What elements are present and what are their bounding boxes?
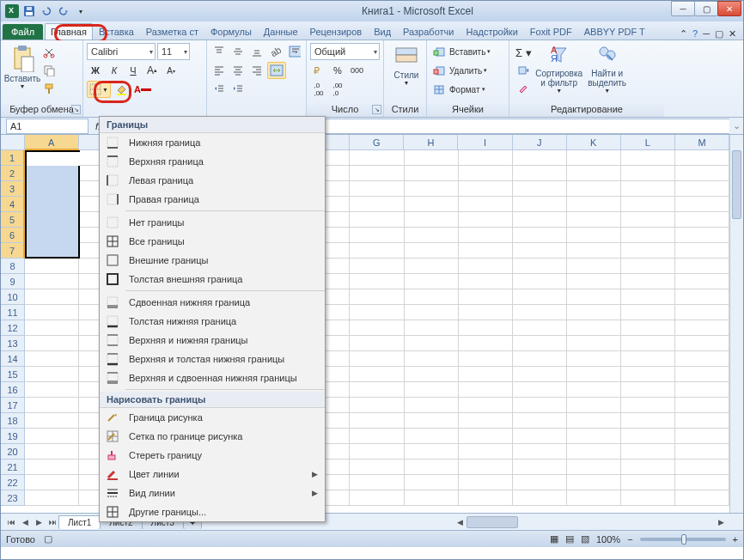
row-header[interactable]: 9	[1, 274, 25, 289]
menu-item[interactable]: Нижняя граница	[100, 133, 325, 152]
percent-button[interactable]: %	[329, 62, 346, 79]
increase-indent-button[interactable]	[229, 81, 247, 98]
qat-customize[interactable]: ▾	[73, 3, 88, 19]
format-painter-button[interactable]	[40, 80, 58, 97]
vertical-scrollbar[interactable]	[729, 135, 743, 513]
italic-button[interactable]: К	[106, 62, 123, 79]
expand-formula-bar[interactable]: ⌄	[729, 120, 743, 131]
close-button[interactable]: ✕	[717, 1, 741, 16]
row-header[interactable]: 12	[1, 320, 25, 336]
row-header[interactable]: 4	[1, 197, 25, 212]
column-header[interactable]: H	[404, 135, 458, 150]
view-layout-button[interactable]: ▤	[565, 533, 574, 545]
row-header[interactable]: 3	[1, 181, 25, 197]
tab-nav-next[interactable]: ▶	[32, 515, 46, 529]
menu-item[interactable]: Сетка по границе рисунка	[100, 427, 325, 446]
horizontal-scrollbar[interactable]: ◀ ▶	[453, 515, 728, 529]
column-header[interactable]: K	[567, 135, 621, 150]
row-header[interactable]: 11	[1, 305, 25, 320]
sheet-tab-1[interactable]: Лист1	[58, 515, 101, 529]
tab-page-layout[interactable]: Разметка ст	[140, 23, 204, 40]
align-center-button[interactable]	[229, 62, 247, 79]
tab-addins[interactable]: Надстройки	[460, 23, 523, 40]
tab-file[interactable]: Файл	[3, 24, 43, 40]
menu-item[interactable]: Другие границы...	[100, 502, 325, 521]
macro-record-icon[interactable]: ▢	[44, 533, 52, 545]
align-right-button[interactable]	[248, 62, 265, 79]
accounting-format-button[interactable]: ₽	[310, 62, 327, 79]
row-header[interactable]: 13	[1, 336, 25, 351]
fill-color-button[interactable]	[113, 81, 130, 98]
tab-nav-last[interactable]: ⏭	[46, 515, 59, 529]
doc-minimize-button[interactable]: ─	[703, 28, 710, 40]
number-format-combo[interactable]: Общий	[310, 43, 380, 60]
view-normal-button[interactable]: ▦	[550, 533, 558, 545]
help-button[interactable]: ?	[692, 28, 698, 40]
sort-filter-button[interactable]: AЯ Сортировка и фильтр▼	[534, 42, 584, 99]
select-all-corner[interactable]	[1, 135, 25, 150]
delete-cells-button[interactable]	[430, 62, 448, 79]
row-header[interactable]: 23	[1, 490, 25, 506]
tab-nav-prev[interactable]: ◀	[18, 515, 32, 529]
row-header[interactable]: 14	[1, 351, 25, 367]
insert-cells-button[interactable]	[430, 43, 448, 60]
merge-button[interactable]	[267, 62, 286, 79]
clear-button[interactable]	[513, 80, 534, 97]
save-button[interactable]	[21, 3, 37, 19]
tab-data[interactable]: Данные	[258, 23, 304, 40]
tab-view[interactable]: Вид	[368, 23, 397, 40]
align-bottom-button[interactable]	[248, 43, 265, 60]
fill-button[interactable]	[513, 62, 534, 79]
menu-item[interactable]: Верхняя и сдвоенная нижняя границы	[100, 368, 325, 387]
row-header[interactable]: 5	[1, 212, 25, 228]
row-header[interactable]: 1	[1, 150, 25, 166]
tab-review[interactable]: Рецензиров	[304, 23, 369, 40]
doc-restore-button[interactable]: ▢	[715, 28, 723, 40]
row-header[interactable]: 2	[1, 166, 25, 181]
view-break-button[interactable]: ▧	[581, 533, 589, 545]
cut-button[interactable]	[40, 44, 58, 61]
menu-item[interactable]: Стереть границу	[100, 446, 325, 465]
maximize-button[interactable]: ▢	[694, 1, 718, 16]
font-size-combo[interactable]: 11	[157, 43, 190, 60]
undo-button[interactable]	[39, 3, 54, 19]
menu-item[interactable]: Все границы	[100, 232, 325, 251]
menu-item[interactable]: Вид линии▶	[100, 484, 325, 502]
copy-button[interactable]	[40, 62, 58, 79]
minimize-button[interactable]: ─	[671, 1, 695, 16]
row-header[interactable]: 17	[1, 398, 25, 413]
tab-nav-first[interactable]: ⏮	[4, 515, 18, 529]
column-header[interactable]: I	[458, 135, 512, 150]
row-header[interactable]: 21	[1, 460, 25, 475]
column-header[interactable]: A	[25, 135, 79, 150]
paste-button[interactable]: Вставить ▼	[4, 42, 40, 99]
wrap-text-button[interactable]	[286, 43, 303, 60]
menu-item[interactable]: Внешние границы	[100, 251, 325, 270]
row-header[interactable]: 19	[1, 429, 25, 444]
minimize-ribbon-button[interactable]: ⌃	[680, 28, 687, 40]
app-icon[interactable]	[4, 3, 20, 19]
format-cells-button[interactable]	[430, 81, 448, 98]
row-header[interactable]: 8	[1, 259, 25, 274]
row-header[interactable]: 6	[1, 228, 25, 243]
zoom-in-button[interactable]: +	[733, 534, 738, 545]
menu-item[interactable]: Сдвоенная нижняя граница	[100, 293, 325, 312]
menu-item[interactable]: Верхняя и нижняя границы	[100, 331, 325, 350]
underline-button[interactable]: Ч	[125, 62, 142, 79]
borders-button[interactable]: ▼	[87, 81, 111, 98]
row-header[interactable]: 20	[1, 444, 25, 460]
decrease-decimal-button[interactable]: ,00,0	[329, 81, 346, 98]
number-launcher[interactable]: ↘	[372, 105, 381, 114]
menu-item[interactable]: Нет границы	[100, 213, 325, 232]
row-header[interactable]: 22	[1, 475, 25, 490]
row-header[interactable]: 10	[1, 289, 25, 305]
grow-font-button[interactable]: A▴	[143, 62, 161, 79]
row-header[interactable]: 7	[1, 243, 25, 259]
column-header[interactable]: J	[513, 135, 567, 150]
column-header[interactable]: M	[675, 135, 729, 150]
font-color-button[interactable]: A	[131, 81, 154, 98]
cell-styles-button[interactable]: Стили▼	[387, 42, 425, 99]
menu-item[interactable]: Толстая нижняя граница	[100, 312, 325, 331]
row-header[interactable]: 18	[1, 413, 25, 429]
decrease-indent-button[interactable]	[210, 81, 228, 98]
